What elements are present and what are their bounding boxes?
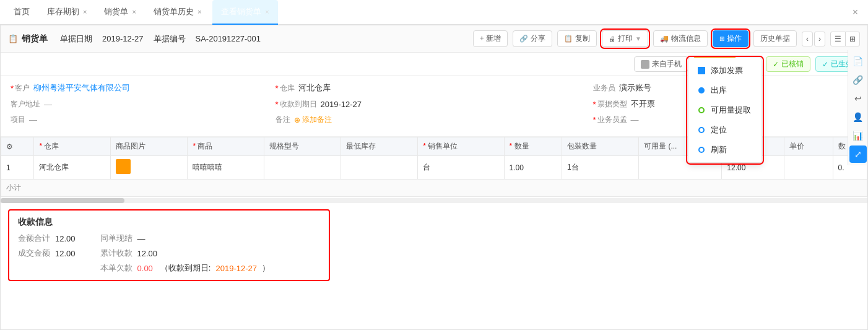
cell-qty: 1.00 xyxy=(504,156,562,180)
cell-no: 1 xyxy=(1,156,34,180)
payment-title: 收款信息 xyxy=(18,217,320,228)
address-field: 客户地址 — xyxy=(11,99,276,110)
add-note-button[interactable]: ⊕ 添加备注 xyxy=(294,115,332,125)
locate-icon xyxy=(697,126,706,134)
horizontal-scrollbar[interactable] xyxy=(1,198,867,203)
due-close: ） xyxy=(262,263,270,274)
project-field: 项目 — xyxy=(11,115,276,125)
amount-total-value: 12.00 xyxy=(55,234,76,243)
ticket-type-value: 不开票 xyxy=(631,98,655,110)
outbound-item[interactable]: 出库 xyxy=(688,80,762,100)
tab-sales-order[interactable]: 销货单 × xyxy=(95,0,144,25)
tab-inventory-close[interactable]: × xyxy=(83,8,87,15)
verified-tag[interactable]: ✓ 已核销 xyxy=(766,56,810,72)
tab-history-close[interactable]: × xyxy=(197,8,201,15)
tab-sales-label: 销货单 xyxy=(104,6,128,17)
view-list-button[interactable]: ☰ xyxy=(830,32,846,46)
main-area: 📋 销货单 单据日期 2019-12-27 单据编号 SA-20191227-0… xyxy=(0,25,868,330)
new-button[interactable]: + 新增 xyxy=(473,30,508,47)
view-buttons: ☰ ⊞ xyxy=(830,32,860,46)
history-button[interactable]: 历史单据 xyxy=(753,30,797,47)
plus-icon: ⊕ xyxy=(294,116,300,124)
tab-sales-history[interactable]: 销货单历史 × xyxy=(145,0,210,25)
share-button[interactable]: 🔗 分享 xyxy=(513,30,552,47)
subtotal-row: 小计 xyxy=(1,180,867,197)
warehouse-label: 仓库 xyxy=(280,83,295,93)
tab-sales-close[interactable]: × xyxy=(132,8,136,15)
cell-min-stock xyxy=(341,156,418,180)
side-icon-expand[interactable]: ⤢ xyxy=(849,145,867,163)
side-icon-link[interactable]: 🔗 xyxy=(849,71,867,89)
customer-value[interactable]: 柳州粤港平安气体有限公司 xyxy=(33,82,130,93)
due-row: 本单欠款 0.00 （收款到期日: 2019-12-27 ） xyxy=(100,263,270,274)
operation-button[interactable]: ⊞ 操作 xyxy=(713,30,749,47)
cell-product: 嘻嘻嘻嘻 xyxy=(188,156,264,180)
salesperson-value: 演示账号 xyxy=(619,82,651,93)
cell-spec xyxy=(264,156,341,180)
cell-price xyxy=(784,156,833,180)
ticket-type-label: 票据类型 xyxy=(597,99,627,110)
payment-col-right: 同单现结 — 累计收款 12.00 本单欠款 0.00 （收款到期日: 2019… xyxy=(100,233,270,274)
payment-rows: 金额合计 12.00 成交金额 12.00 同单现结 — 累计收款 xyxy=(18,233,320,274)
col-product: * 商品 xyxy=(188,137,264,156)
sp2-required: * xyxy=(593,115,596,124)
locate-item[interactable]: 定位 xyxy=(688,120,762,140)
available-pick-item[interactable]: 可用量提取 xyxy=(688,100,762,120)
refresh-item[interactable]: 刷新 xyxy=(688,140,762,160)
tab-home-label: 首页 xyxy=(14,6,30,17)
tab-view-sales[interactable]: 查看销货单 × xyxy=(212,0,277,25)
print-button[interactable]: 🖨 打印 ▼ xyxy=(602,30,648,47)
available-pick-icon xyxy=(697,106,706,115)
side-icons-panel: 📄 🔗 ↩ 👤 📊 ⤢ xyxy=(848,50,867,165)
col-spec: 规格型号 xyxy=(264,137,341,156)
same-order-row: 同单现结 — xyxy=(100,233,270,244)
warehouse-field: * 仓库 河北仓库 xyxy=(276,82,593,93)
tab-inventory-init[interactable]: 库存期初 × xyxy=(38,0,95,25)
cumulative-value: 12.00 xyxy=(137,249,158,258)
number-value: SA-20191227-001 xyxy=(196,34,261,43)
address-label: 客户地址 xyxy=(11,99,40,110)
amount-total-row: 金额合计 12.00 xyxy=(18,233,76,244)
salesperson-label: 业务员 xyxy=(593,83,615,93)
verified-label: 已核销 xyxy=(781,59,804,69)
transaction-value: 12.00 xyxy=(55,249,76,258)
doc-icon: 📋 xyxy=(8,34,18,43)
doc-header: 📋 销货单 单据日期 2019-12-27 单据编号 SA-20191227-0… xyxy=(1,25,867,53)
customer-label: 客户 xyxy=(15,83,30,93)
customer-field: * 客户 柳州粤港平安气体有限公司 xyxy=(11,82,276,93)
col-unit: * 销售单位 xyxy=(418,137,504,156)
gear-icon: ⚙ xyxy=(6,142,13,151)
col-gear[interactable]: ⚙ xyxy=(1,137,34,156)
from-phone-label: 来自手机 xyxy=(652,59,682,69)
payment-date-required: * xyxy=(276,100,279,109)
prev-button[interactable]: ‹ xyxy=(802,32,813,46)
add-invoice-item[interactable]: 添加发票 xyxy=(688,61,762,80)
col-min-stock: 最低库存 xyxy=(341,137,418,156)
view-grid-button[interactable]: ⊞ xyxy=(845,32,860,46)
amount-total-label: 金额合计 xyxy=(18,233,50,244)
scrollbar-thumb[interactable] xyxy=(1,198,124,203)
due-date: 2019-12-27 xyxy=(215,264,257,273)
window-close[interactable]: × xyxy=(848,7,863,18)
tab-home[interactable]: 首页 xyxy=(5,0,38,25)
refresh-icon xyxy=(697,145,706,154)
next-button[interactable]: › xyxy=(814,32,825,46)
cumulative-label: 累计收款 xyxy=(100,248,132,259)
col-warehouse: * 仓库 xyxy=(34,137,111,156)
from-phone-button[interactable]: 来自手机 xyxy=(634,56,688,72)
side-icon-user[interactable]: 👤 xyxy=(849,108,867,126)
payment-box: 收款信息 金额合计 12.00 成交金额 12.00 同单现结 — xyxy=(8,209,330,281)
logistics-button[interactable]: 🚚 物流信息 xyxy=(653,30,708,47)
payment-col-left: 金额合计 12.00 成交金额 12.00 xyxy=(18,233,76,274)
side-icon-back[interactable]: ↩ xyxy=(849,90,867,107)
project-label: 项目 xyxy=(11,115,25,125)
copy-button[interactable]: 📋 复制 xyxy=(557,30,597,47)
tab-view-close[interactable]: × xyxy=(265,8,269,15)
refresh-label: 刷新 xyxy=(711,144,727,155)
side-icon-chart[interactable]: 📊 xyxy=(849,127,867,144)
sp2-value: — xyxy=(631,115,639,124)
doc-title: 销货单 xyxy=(22,33,48,45)
tab-bar: 首页 库存期初 × 销货单 × 销货单历史 × 查看销货单 × × xyxy=(0,0,868,25)
side-icon-doc[interactable]: 📄 xyxy=(849,53,867,70)
project-value: — xyxy=(29,115,37,124)
